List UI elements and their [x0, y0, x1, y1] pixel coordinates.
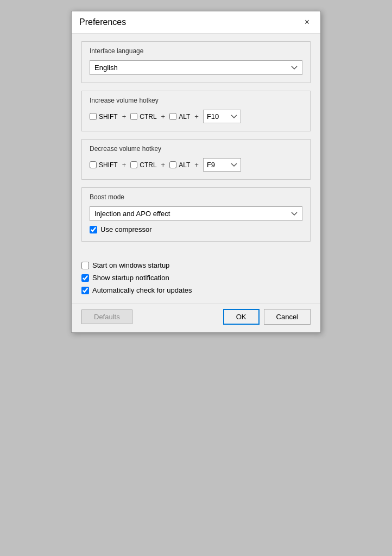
- start-on-startup-checkbox[interactable]: [81, 262, 89, 269]
- footer-right: OK Cancel: [223, 309, 311, 325]
- footer: Defaults OK Cancel: [72, 303, 320, 332]
- start-on-startup-label: Start on windows startup: [92, 261, 169, 269]
- decrease-alt-checkbox[interactable]: [169, 161, 176, 168]
- dialog-title: Preferences: [79, 17, 126, 27]
- decrease-ctrl-label: CTRL: [140, 161, 156, 169]
- use-compressor-label: Use compressor: [100, 225, 152, 233]
- decrease-ctrl-checkbox[interactable]: [130, 161, 137, 168]
- decrease-plus2: +: [161, 161, 166, 169]
- increase-volume-section: Increase volume hotkey SHIFT + CTRL + AL…: [81, 91, 311, 131]
- increase-alt-item: ALT: [169, 113, 190, 121]
- auto-check-updates-item: Automatically check for updates: [81, 286, 311, 294]
- decrease-volume-label: Decrease volume hotkey: [90, 145, 302, 153]
- decrease-shift-checkbox[interactable]: [90, 161, 97, 168]
- use-compressor-item: Use compressor: [90, 225, 302, 233]
- interface-language-label: Interface language: [90, 47, 302, 55]
- increase-ctrl-label: CTRL: [140, 113, 156, 121]
- decrease-ctrl-item: CTRL: [130, 161, 156, 169]
- increase-plus1: +: [122, 112, 127, 121]
- content-area: Interface language English Russian Germa…: [72, 34, 320, 255]
- close-button[interactable]: ×: [301, 17, 313, 28]
- increase-plus2: +: [161, 112, 166, 121]
- preferences-dialog: Preferences × Interface language English…: [71, 11, 321, 333]
- increase-ctrl-item: CTRL: [130, 113, 156, 121]
- increase-ctrl-checkbox[interactable]: [130, 113, 137, 120]
- start-on-startup-item: Start on windows startup: [81, 261, 311, 269]
- decrease-key-select[interactable]: F9 F1F2F3F4 F5F6F7F8 F10F11F12: [203, 158, 241, 172]
- increase-shift-item: SHIFT: [90, 113, 118, 121]
- interface-language-section: Interface language English Russian Germa…: [81, 41, 311, 83]
- boost-mode-label: Boost mode: [90, 193, 302, 201]
- use-compressor-checkbox[interactable]: [90, 226, 97, 233]
- decrease-shift-label: SHIFT: [99, 161, 118, 169]
- increase-shift-label: SHIFT: [99, 113, 118, 121]
- increase-alt-checkbox[interactable]: [169, 113, 176, 120]
- cancel-button[interactable]: Cancel: [264, 309, 311, 325]
- title-bar: Preferences ×: [72, 11, 320, 34]
- ok-button[interactable]: OK: [223, 309, 260, 325]
- decrease-plus3: +: [194, 161, 199, 169]
- decrease-volume-section: Decrease volume hotkey SHIFT + CTRL + AL…: [81, 139, 311, 180]
- increase-key-select[interactable]: F10 F1F2F3F4 F5F6F7F8 F9F11F12: [203, 110, 241, 123]
- standalone-checkboxes: Start on windows startup Show startup no…: [72, 255, 320, 303]
- defaults-button[interactable]: Defaults: [81, 309, 132, 324]
- increase-shift-checkbox[interactable]: [90, 113, 97, 120]
- boost-mode-select[interactable]: Injection and APO effect Injection only …: [90, 206, 302, 221]
- auto-check-updates-label: Automatically check for updates: [92, 286, 192, 294]
- increase-volume-label: Increase volume hotkey: [90, 97, 302, 104]
- decrease-plus1: +: [122, 161, 127, 169]
- increase-alt-label: ALT: [179, 113, 190, 121]
- decrease-alt-item: ALT: [169, 161, 190, 169]
- show-notification-label: Show startup notification: [92, 274, 169, 282]
- decrease-shift-item: SHIFT: [90, 161, 118, 169]
- show-notification-checkbox[interactable]: [81, 274, 89, 282]
- interface-language-select[interactable]: English Russian German French Spanish: [90, 60, 302, 75]
- auto-check-updates-checkbox[interactable]: [81, 287, 89, 294]
- boost-mode-section: Boost mode Injection and APO effect Inje…: [81, 187, 311, 242]
- show-notification-item: Show startup notification: [81, 274, 311, 282]
- increase-plus3: +: [194, 112, 199, 121]
- decrease-hotkey-row: SHIFT + CTRL + ALT + F9 F1F2F3F4 F5F6F7F…: [90, 158, 302, 172]
- decrease-alt-label: ALT: [179, 161, 190, 169]
- increase-hotkey-row: SHIFT + CTRL + ALT + F10 F1F2F3F4 F5F6F7…: [90, 110, 302, 123]
